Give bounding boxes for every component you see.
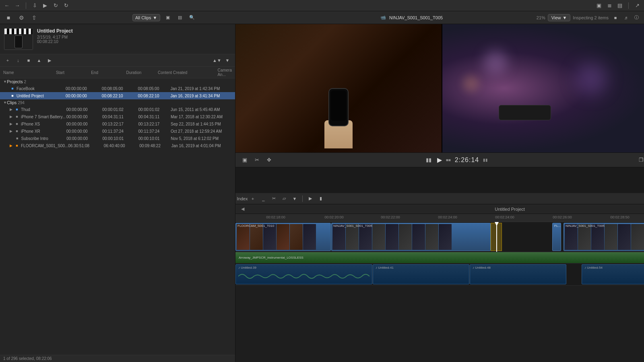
view-dropdown[interactable]: View ▼	[548, 14, 571, 21]
share-main-icon[interactable]: ⇧	[29, 12, 39, 23]
facebook-start: 00:00:00:00	[66, 86, 102, 91]
sort-btn[interactable]: ▲▼	[213, 56, 221, 65]
library-icon[interactable]: ■	[3, 12, 14, 23]
projects-triangle: ▼	[3, 80, 7, 84]
view-chevron: ▼	[562, 15, 567, 20]
audio-clip-1[interactable]: ♪ Untitled-39	[235, 264, 372, 284]
filmstrip-view-btn[interactable]: ■	[611, 13, 620, 22]
refresh-icon[interactable]: ↻	[52, 2, 59, 9]
info-btn[interactable]: ⓘ	[632, 13, 641, 22]
expand-floorcam-icon[interactable]: ▶	[10, 144, 12, 148]
expand-iphonexr-icon[interactable]: ▶	[10, 129, 12, 133]
sync-icon[interactable]: ▶	[41, 2, 49, 9]
filmstrip-btn[interactable]: ▤	[175, 13, 184, 22]
ruler-label-5: 00:02:24:00	[495, 215, 514, 219]
grid-view-icon[interactable]: ▣	[595, 2, 603, 9]
back-icon[interactable]: ←	[3, 2, 10, 9]
forward-icon[interactable]: →	[14, 2, 21, 9]
filter-btn[interactable]: ▲	[35, 56, 43, 65]
floorcam-clip[interactable]: FLOORCAM_S001_T010	[235, 223, 331, 251]
add-btn[interactable]: +	[3, 56, 12, 65]
iphone7-name: iPhone 7 Smart Battery...	[21, 115, 66, 119]
clip-select-icon[interactable]: ▣	[240, 156, 249, 165]
iphone7-dur: 00:04:31:11	[138, 115, 171, 119]
audio-view-btn[interactable]: ♬	[621, 13, 630, 22]
facebook-row[interactable]: ■ FaceBook 00:00:00:00 00:08:05:00 00:08…	[0, 85, 235, 92]
col-header-name[interactable]: Name	[3, 70, 56, 75]
tl-cut-btn[interactable]: ✂	[269, 194, 278, 203]
settings-icon[interactable]: ⚙	[16, 12, 27, 23]
iphonexr-row[interactable]: ▶ ■ iPhone XR 00:00:00:00 00:11:37:24 00…	[0, 128, 235, 135]
clapper-top	[4, 29, 33, 34]
timecode-area: ▮▮ ▶ ■■ 2:26:14 ▮▮	[424, 156, 488, 165]
tl-zoom-btn[interactable]: ▱	[280, 194, 289, 203]
untitled-project-row[interactable]: ■ Untitled Project 00:00:00:00 00:08:22:…	[0, 92, 235, 99]
panel-view-icon[interactable]: ▤	[616, 2, 623, 9]
expand-iphonexs-icon[interactable]: ▶	[10, 122, 12, 126]
ninjav-clip-2[interactable]: NINJAV_S001_S001_T005	[564, 223, 644, 251]
index-tab[interactable]: Index	[238, 194, 247, 203]
tl-trim-btn[interactable]: ▮	[316, 194, 325, 203]
col-header-content[interactable]: Content Created	[158, 70, 217, 75]
iphonexs-dur: 00:13:22:17	[138, 122, 171, 126]
tl-add-btn[interactable]: +	[248, 194, 257, 203]
subscribe-row[interactable]: ■ Subscribe Intro 00:00:00:00 00:00:10:0…	[0, 135, 235, 142]
audio-clip-2[interactable]: ♪ Untitled-41	[373, 264, 469, 284]
thud-created: Jun 15, 2011 at 5:45:40 AM	[171, 107, 232, 112]
in-point-icon[interactable]: ▮▮	[424, 156, 433, 165]
grid-layout-btn[interactable]: ▣	[163, 13, 172, 22]
table-content: ▼ Projects 2 ■ FaceBook 00:00:00:00 00:0…	[0, 78, 235, 355]
time-indicator-dots: ■■	[446, 158, 451, 162]
col-header-dur[interactable]: Duration	[126, 70, 158, 75]
projects-section-row[interactable]: ▼ Projects 2	[0, 78, 235, 85]
right-side: ▣ ✂ ✥ ▮▮ ▶ ■■ 2:26:14 ▮▮	[235, 24, 644, 362]
facebook-name: FaceBook	[17, 86, 66, 91]
thud-end: 00:00:01:02	[102, 107, 138, 112]
clip-icon-floorcam: ■	[14, 143, 20, 148]
trim-icon[interactable]: ✂	[252, 156, 261, 165]
ninjav-clip-1[interactable]: NINJAV_S001_S001_T005	[331, 223, 491, 251]
transform-icon[interactable]: ✥	[264, 156, 273, 165]
tl-marker-btn[interactable]: ▼	[290, 194, 299, 203]
clip-icon-iphonexr: ■	[14, 128, 20, 134]
display-btn[interactable]: ▼	[223, 56, 232, 65]
floorcam-created: Jan 16, 2019 at 4:01:04 PM	[171, 144, 232, 148]
audio-main-track: Arroway_JMPSCR_instrumental_LOSSLESS	[235, 252, 644, 263]
import-btn[interactable]: ↓	[14, 56, 23, 65]
timeline-back-btn[interactable]: ◀	[239, 206, 247, 212]
share-icon[interactable]: ↻	[62, 2, 70, 9]
top-toolbar: ← → ⇩ ▶ ↻ ↻ ▣ ≣ ▤ ↗	[0, 0, 644, 11]
audio-clip-4[interactable]: ♪ Untitled-54	[582, 264, 644, 284]
thud-row[interactable]: ▶ ■ Thud 00:00:00:00 00:00:01:02 00:00:0…	[0, 106, 235, 113]
clip-icon-iphonexs: ■	[14, 121, 20, 127]
timeline-area: Index + ⎯ ✂ ▱ ▼ ▶ ▮ ▶▶ ♫	[235, 193, 644, 362]
fullscreen-button[interactable]: ❐	[639, 157, 644, 163]
table-header: Name Start End Duration Content Created …	[0, 67, 235, 78]
expand-thud-icon[interactable]: ▶	[10, 107, 12, 111]
audio-clip-3[interactable]: ♪ Untitled-48	[470, 264, 566, 284]
col-header-start[interactable]: Start	[56, 70, 91, 75]
floorcam-row[interactable]: ▶ ■ FLOORCAM_S001_S00... 06:30:51:08 06:…	[0, 142, 235, 149]
all-clips-dropdown[interactable]: All Clips ▼	[132, 14, 160, 21]
waveform-1	[238, 270, 369, 282]
audio-4-label: ♪ Untitled-54	[584, 266, 603, 269]
iphone7-end: 00:04:31:11	[102, 115, 138, 119]
keyword-btn[interactable]: ■	[24, 56, 33, 65]
clips-section-row[interactable]: ▼ Clips 294	[0, 99, 235, 106]
import-icon[interactable]: ⇩	[31, 2, 38, 9]
col-header-camera[interactable]: Camera An...	[217, 68, 232, 77]
list-view-icon[interactable]: ≣	[606, 2, 613, 9]
expand-icon[interactable]: ↗	[634, 2, 641, 9]
tl-select-btn[interactable]: ▶	[306, 194, 315, 203]
fl-clip[interactable]: FL...	[552, 223, 561, 251]
all-clips-label: All Clips	[135, 15, 151, 20]
search-lib-btn[interactable]: 🔍	[188, 13, 196, 22]
expand-iphone7-icon[interactable]: ▶	[10, 115, 12, 119]
iphonexs-row[interactable]: ▶ ■ iPhone XS 00:00:00:00 00:13:22:17 00…	[0, 120, 235, 128]
iphone7-row[interactable]: ▶ ■ iPhone 7 Smart Battery... 00:00:00:0…	[0, 113, 235, 120]
audio-main-label: Arroway_JMPSCR_instrumental_LOSSLESS	[239, 256, 303, 259]
tag-btn[interactable]: ▶	[45, 56, 54, 65]
play-button[interactable]: ▶	[437, 156, 442, 164]
col-header-end[interactable]: End	[91, 70, 126, 75]
tl-connect-btn[interactable]: ⎯	[259, 194, 268, 203]
